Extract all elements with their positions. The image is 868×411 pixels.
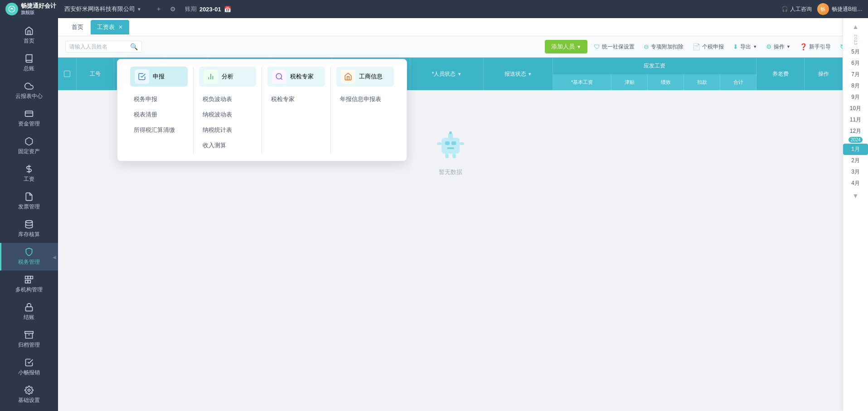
date-month-5[interactable]: 5月 <box>843 46 868 58</box>
svg-point-30 <box>276 73 281 79</box>
sidebar-item-settings[interactable]: 基础设置 <box>0 381 58 409</box>
menu-item-tax-stat[interactable]: 纳税统计表 <box>199 123 257 137</box>
dropdown-col-header-analysis[interactable]: 分析 <box>199 67 257 87</box>
sidebar-item-archive[interactable]: 归档管理 <box>0 326 58 353</box>
date-month-12[interactable]: 12月 <box>843 126 868 137</box>
period-label: 账期 <box>185 5 197 13</box>
search-icon[interactable]: 🔍 <box>130 43 138 50</box>
main-layout: 首页 总账 云报表中心 资金管理 固定资产 工资 发票管理 库存核算 <box>0 18 868 411</box>
date-panel-up-btn[interactable]: ▲ <box>849 20 863 34</box>
sidebar-label-archive: 归档管理 <box>18 341 40 349</box>
sidebar-item-cloud[interactable]: 云报表中心 <box>0 77 58 105</box>
tab-home[interactable]: 首页 <box>65 20 90 34</box>
th-op: 操作 <box>805 58 843 90</box>
settings-icon-btn[interactable]: ⚙ <box>168 4 179 15</box>
tab-salary-table[interactable]: 工资表 ✕ <box>91 20 129 34</box>
svg-rect-5 <box>25 276 28 279</box>
menu-item-tax-burden[interactable]: 税负波动表 <box>199 92 257 106</box>
special-deduct-btn[interactable]: ⊖ 专项附加扣除 <box>641 41 686 53</box>
svg-rect-19 <box>451 141 456 145</box>
user-area[interactable]: 畅 畅捷通B组… <box>817 3 863 15</box>
th-deduct: 扣款 <box>684 74 720 90</box>
filter-status-icon[interactable]: ▼ <box>457 72 462 77</box>
svg-rect-9 <box>28 280 31 283</box>
tab-close-btn[interactable]: ✕ <box>118 24 123 30</box>
th-checkbox[interactable] <box>58 58 76 90</box>
menu-item-expert[interactable]: 税检专家 <box>267 92 325 106</box>
svg-rect-17 <box>441 138 460 154</box>
social-security-icon: 🛡 <box>594 43 600 50</box>
sidebar-item-salary[interactable]: 工资 <box>0 160 58 188</box>
date-month-9[interactable]: 9月 <box>843 92 868 103</box>
sidebar-item-multi[interactable]: 多机构管理 <box>0 271 58 298</box>
sidebar-item-ledger[interactable]: 总账 <box>0 49 58 77</box>
dropdown-col-analysis-label: 分析 <box>222 73 233 81</box>
menu-item-income-clear[interactable]: 所得税汇算清缴 <box>130 123 188 137</box>
sidebar-item-report[interactable]: 小畅报销 <box>0 353 58 381</box>
svg-rect-11 <box>25 332 33 334</box>
new-guide-icon: ❓ <box>800 43 807 50</box>
dropdown-col-header-biz[interactable]: 工商信息 <box>336 67 394 87</box>
sidebar-label-tax: 税务管理 <box>18 258 40 266</box>
add-person-arrow-icon: ▼ <box>577 44 581 49</box>
sidebar-item-assets[interactable]: 固定资产 <box>0 132 58 160</box>
date-month-4[interactable]: 4月 <box>843 178 868 189</box>
analysis-icon <box>204 69 218 84</box>
date-year-2023: 2023 <box>853 34 858 45</box>
search-input[interactable] <box>69 44 128 50</box>
tax-dropdown-menu: 申报 税务申报 税表清册 所得税汇算清缴 分析 税负波动表 纳税波动表 <box>117 59 407 161</box>
add-person-btn[interactable]: 添加人员 ▼ <box>545 40 587 53</box>
dropdown-col-declare-label: 申报 <box>153 73 165 81</box>
sidebar: 首页 总账 云报表中心 资金管理 固定资产 工资 发票管理 库存核算 <box>0 18 58 411</box>
menu-item-tax-pay[interactable]: 纳税波动表 <box>199 107 257 122</box>
menu-item-income-calc[interactable]: 收入测算 <box>199 138 257 153</box>
operation-btn[interactable]: ⚙ 操作 ▼ <box>763 41 793 53</box>
svg-rect-18 <box>445 141 450 145</box>
dropdown-col-header-expert[interactable]: 税检专家 <box>267 67 325 87</box>
date-panel-down-btn[interactable]: ▼ <box>849 189 863 203</box>
sidebar-item-home[interactable]: 首页 <box>0 22 58 49</box>
new-guide-btn[interactable]: ❓ 新手引导 <box>797 41 834 53</box>
sidebar-label-assets: 固定资产 <box>18 148 40 155</box>
sidebar-label-inventory: 库存核算 <box>18 231 40 238</box>
dropdown-columns: 申报 税务申报 税表清册 所得税汇算清缴 分析 税负波动表 纳税波动表 <box>125 67 399 154</box>
menu-item-tax-form-list[interactable]: 税表清册 <box>130 107 188 122</box>
menu-item-annual-report[interactable]: 年报信息申报表 <box>336 92 394 106</box>
date-month-11[interactable]: 11月 <box>843 114 868 126</box>
th-allowance: 津贴 <box>611 74 648 90</box>
headset-icon: 🎧 <box>781 6 788 12</box>
logo-area: 畅捷通好会计 旗舰版 <box>5 2 56 16</box>
date-month-3[interactable]: 3月 <box>843 166 868 178</box>
date-month-10[interactable]: 10月 <box>843 103 868 114</box>
dropdown-col-declare: 申报 税务申报 税表清册 所得税汇算清缴 <box>125 67 194 154</box>
tax-report-btn[interactable]: 📄 个税申报 <box>690 41 727 53</box>
sidebar-item-closing[interactable]: 结账 <box>0 298 58 326</box>
support-btn[interactable]: 🎧 人工咨询 <box>781 5 812 13</box>
add-icon-btn[interactable]: ＋ <box>153 4 164 15</box>
calendar-icon[interactable]: 📅 <box>224 6 231 13</box>
date-month-1[interactable]: 1月 <box>843 144 868 155</box>
export-btn[interactable]: ⬇ 导出 ▼ <box>730 41 760 53</box>
social-security-btn[interactable]: 🛡 统一社保设置 <box>591 41 637 53</box>
dropdown-col-header-declare[interactable]: 申报 <box>130 67 188 87</box>
sidebar-item-guide[interactable]: 新手引导 <box>0 409 58 411</box>
sidebar-item-tax[interactable]: 税务管理 ◀ <box>0 243 58 271</box>
date-month-6[interactable]: 6月 <box>843 58 868 69</box>
filter-report-icon[interactable]: ▼ <box>528 72 532 77</box>
search-wrapper[interactable]: 🔍 <box>65 41 142 53</box>
date-month-2[interactable]: 2月 <box>843 155 868 166</box>
th-status: *人员状态 ▼ <box>410 58 484 90</box>
select-all-checkbox[interactable] <box>64 71 70 77</box>
sidebar-item-invoice[interactable]: 发票管理 <box>0 188 58 215</box>
date-month-7[interactable]: 7月 <box>843 69 868 80</box>
sidebar-item-cash[interactable]: 资金管理 <box>0 105 58 132</box>
sidebar-label-cash: 资金管理 <box>18 120 40 128</box>
date-month-8[interactable]: 8月 <box>843 80 868 92</box>
svg-rect-7 <box>30 276 33 279</box>
svg-rect-10 <box>26 307 33 311</box>
operation-icon: ⚙ <box>766 43 772 50</box>
menu-item-tax-declare[interactable]: 税务申报 <box>130 92 188 106</box>
company-selector[interactable]: 西安虾米网络科技有限公司 ▼ <box>61 3 145 15</box>
svg-rect-25 <box>445 154 449 158</box>
sidebar-item-inventory[interactable]: 库存核算 <box>0 215 58 243</box>
